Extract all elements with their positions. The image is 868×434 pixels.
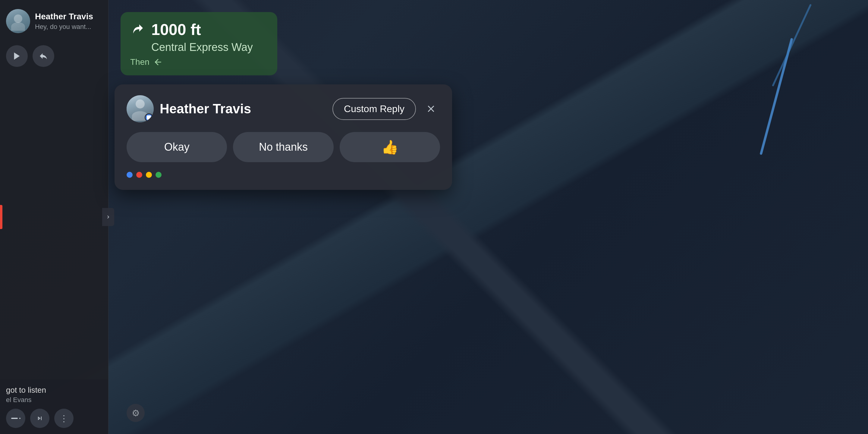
notification-indicator <box>0 205 2 229</box>
music-artist: el Evans <box>6 396 102 404</box>
google-dots <box>127 172 440 178</box>
sidebar-actions <box>6 45 102 67</box>
skip-next-icon <box>36 415 43 422</box>
nav-then-label: Then <box>130 57 150 67</box>
svg-marker-0 <box>14 53 20 60</box>
google-dot-blue <box>127 172 133 178</box>
message-badge-icon <box>147 116 151 120</box>
custom-reply-button[interactable]: Custom Reply <box>333 98 416 120</box>
google-dot-green <box>156 172 161 178</box>
no-thanks-label: No thanks <box>259 141 308 153</box>
sidebar-avatar <box>6 9 30 33</box>
settings-button[interactable]: ⚙ <box>127 404 145 422</box>
close-icon <box>426 103 436 114</box>
sidebar-contact-info: Heather Travis Hey, do you want... <box>35 11 102 31</box>
reply-icon <box>38 51 48 61</box>
nav-distance-row: 1000 ft <box>130 21 268 38</box>
no-thanks-reply-button[interactable]: No thanks <box>233 132 333 162</box>
dialog-avatar <box>127 95 154 122</box>
chevron-right-icon <box>105 214 111 220</box>
skip-next-button[interactable] <box>30 409 50 428</box>
play-icon <box>12 51 22 61</box>
road-line-2 <box>772 4 812 87</box>
nav-then-icon <box>153 57 163 67</box>
nav-turn-arrow <box>130 22 145 37</box>
sidebar-expand-button[interactable] <box>102 208 114 226</box>
dialog-header: Heather Travis Custom Reply <box>127 95 440 122</box>
pause-button[interactable] <box>6 409 25 428</box>
music-controls: ⋮ <box>6 409 102 428</box>
gear-icon: ⚙ <box>132 408 140 418</box>
more-options-button[interactable]: ⋮ <box>54 409 73 428</box>
turn-right-icon <box>130 22 145 37</box>
music-player: got to listen el Evans ⋮ <box>0 379 108 434</box>
message-app-badge <box>145 113 153 122</box>
nav-then-row: Then <box>130 57 268 67</box>
avatar-image <box>6 9 30 33</box>
reply-options: Okay No thanks 👍 <box>127 132 440 162</box>
dialog-contact: Heather Travis <box>127 95 251 122</box>
navigation-card: 1000 ft Central Express Way Then <box>121 12 277 75</box>
more-options-icon: ⋮ <box>60 413 68 424</box>
google-dot-red <box>136 172 142 178</box>
pause-icon <box>11 418 21 419</box>
play-button[interactable] <box>6 45 28 67</box>
nav-distance-value: 1000 ft <box>151 21 201 38</box>
okay-label: Okay <box>164 141 190 153</box>
reply-button[interactable] <box>33 45 54 67</box>
sidebar-contact-message: Hey, do you want... <box>35 23 102 31</box>
close-dialog-button[interactable] <box>422 100 440 118</box>
sidebar-contact-name: Heather Travis <box>35 11 102 22</box>
thumbs-up-reply-button[interactable]: 👍 <box>340 132 440 162</box>
sidebar: Heather Travis Hey, do you want... got t… <box>0 0 108 434</box>
google-dot-yellow <box>146 172 152 178</box>
music-title: got to listen <box>6 385 102 395</box>
okay-reply-button[interactable]: Okay <box>127 132 227 162</box>
nav-street-name: Central Express Way <box>151 41 268 54</box>
sidebar-contact-notification: Heather Travis Hey, do you want... <box>6 9 102 33</box>
thumbs-up-icon: 👍 <box>381 139 398 155</box>
dialog-header-actions: Custom Reply <box>333 98 440 120</box>
reply-dialog: Heather Travis Custom Reply Okay No than… <box>115 84 452 190</box>
road-line-1 <box>760 38 793 155</box>
dialog-contact-name: Heather Travis <box>160 101 251 116</box>
